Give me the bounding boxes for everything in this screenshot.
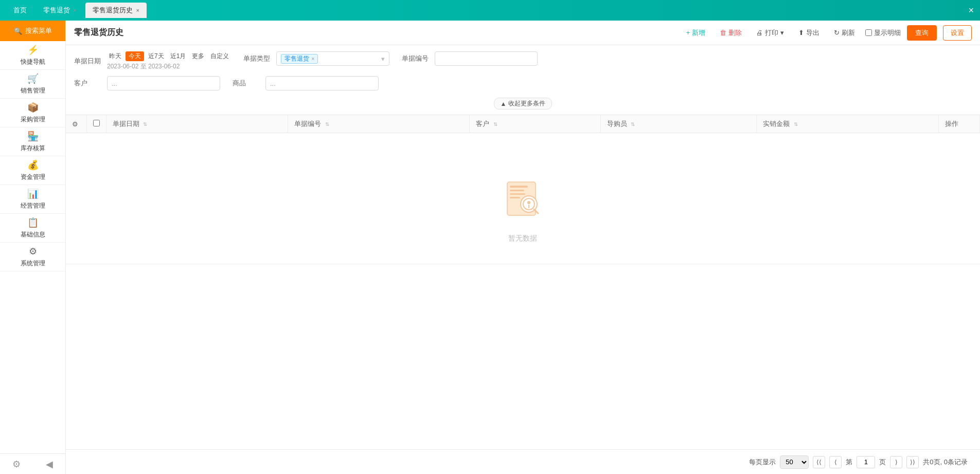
collapse-button[interactable]: ▲ 收起更多条件 bbox=[494, 98, 553, 110]
page-size-select[interactable]: 50 100 200 bbox=[780, 455, 809, 469]
first-page-button[interactable]: ⟨⟨ bbox=[813, 456, 825, 468]
filter-row-2: 客户 ... 商品 ... bbox=[74, 76, 972, 90]
sidebar-menu: ⚡ 快捷导航 🛒 销售管理 📦 采购管理 🏪 库存核算 💰 资金管理 📊 bbox=[0, 41, 65, 453]
sidebar-item-quick-nav[interactable]: ⚡ 快捷导航 bbox=[0, 41, 65, 70]
print-dropdown-icon: ▾ bbox=[780, 29, 784, 37]
empty-state-row: 暂无数据 bbox=[66, 133, 980, 264]
sidebar-search-button[interactable]: 🔍 搜索菜单 bbox=[0, 21, 65, 41]
new-button[interactable]: + 新增 bbox=[682, 26, 709, 40]
doc-num-input[interactable] bbox=[435, 51, 538, 66]
last-page-button[interactable]: ⟩⟩ bbox=[906, 456, 919, 468]
export-icon: ⬆ bbox=[798, 29, 804, 37]
goods-select[interactable]: ... bbox=[265, 76, 379, 90]
sidebar-search-label: 搜索菜单 bbox=[25, 26, 52, 35]
tab-retail-return-history-label: 零售退货历史 bbox=[93, 6, 133, 15]
print-button-label: 打印 bbox=[765, 28, 778, 38]
sidebar-item-quick-nav-label: 快捷导航 bbox=[21, 58, 45, 66]
doc-type-tag-close[interactable]: × bbox=[311, 56, 314, 62]
customer-filter: 客户 ... bbox=[74, 76, 220, 90]
date-opt-1month[interactable]: 近1月 bbox=[168, 51, 188, 61]
th-check[interactable] bbox=[86, 115, 106, 133]
export-button[interactable]: ⬆ 导出 bbox=[794, 26, 824, 40]
date-opt-yesterday[interactable]: 昨天 bbox=[107, 51, 123, 61]
date-opt-custom[interactable]: 自定义 bbox=[208, 51, 231, 61]
page-number-input[interactable] bbox=[857, 456, 875, 468]
date-filter: 单据日期 昨天 今天 近7天 近1月 更多 自定义 2023-06-02 至 2… bbox=[74, 51, 231, 71]
print-icon: 🖨 bbox=[756, 29, 763, 37]
svg-rect-2 bbox=[510, 190, 524, 191]
page-unit: 页 bbox=[879, 458, 886, 467]
prev-page-button[interactable]: ⟨ bbox=[829, 456, 842, 468]
th-settings[interactable]: ⚙ bbox=[66, 115, 86, 133]
doc-type-select[interactable]: 零售退货 × ▾ bbox=[276, 51, 389, 66]
sidebar-item-inventory[interactable]: 🏪 库存核算 bbox=[0, 127, 65, 156]
tab-list: 首页 零售退货 × 零售退货历史 × bbox=[6, 3, 968, 18]
sidebar-item-sales-label: 销售管理 bbox=[21, 86, 45, 95]
query-button[interactable]: 查询 bbox=[907, 25, 937, 41]
tab-home[interactable]: 首页 bbox=[6, 3, 34, 18]
delete-button[interactable]: 🗑 删除 bbox=[716, 26, 746, 40]
settings-bottom-icon[interactable]: ⚙ bbox=[12, 459, 21, 470]
page-header: 零售退货历史 + 新增 🗑 删除 🖨 打印 ▾ ⬆ 导出 bbox=[66, 21, 980, 45]
sidebar-item-basic-info-label: 基础信息 bbox=[21, 230, 45, 239]
sidebar-item-operations[interactable]: 📊 经营管理 bbox=[0, 185, 65, 214]
th-doc-date-label: 单据日期 bbox=[113, 120, 139, 127]
th-amount[interactable]: 实销金额 ⇅ bbox=[757, 115, 939, 133]
purchase-icon: 📦 bbox=[27, 102, 39, 113]
column-settings-icon[interactable]: ⚙ bbox=[72, 120, 78, 128]
page-size-label: 每页显示 bbox=[749, 458, 776, 467]
customer-select[interactable]: ... bbox=[107, 76, 220, 90]
tab-retail-return-history-close[interactable]: × bbox=[136, 7, 139, 13]
system-mgmt-icon: ⚙ bbox=[29, 246, 37, 257]
total-info: 共0页, 0条记录 bbox=[923, 458, 968, 467]
doc-num-sort-icon: ⇅ bbox=[325, 121, 329, 127]
setting-button[interactable]: 设置 bbox=[943, 25, 972, 41]
sidebar-item-finance[interactable]: 💰 资金管理 bbox=[0, 156, 65, 185]
next-page-button[interactable]: ⟩ bbox=[890, 456, 902, 468]
date-opt-7days[interactable]: 近7天 bbox=[146, 51, 166, 61]
refresh-button[interactable]: ↻ 刷新 bbox=[830, 26, 859, 40]
th-guide[interactable]: 导购员 ⇅ bbox=[600, 115, 757, 133]
filter-row-1: 单据日期 昨天 今天 近7天 近1月 更多 自定义 2023-06-02 至 2… bbox=[74, 51, 972, 71]
search-icon: 🔍 bbox=[14, 27, 22, 35]
refresh-icon: ↻ bbox=[834, 29, 840, 37]
main-content: 零售退货历史 + 新增 🗑 删除 🖨 打印 ▾ ⬆ 导出 bbox=[66, 21, 980, 474]
sidebar-item-system-mgmt[interactable]: ⚙ 系统管理 bbox=[0, 243, 65, 271]
date-opt-today[interactable]: 今天 bbox=[126, 51, 144, 61]
goods-placeholder: ... bbox=[270, 80, 276, 87]
page-title: 零售退货历史 bbox=[74, 27, 123, 38]
main-layout: 🔍 搜索菜单 ⚡ 快捷导航 🛒 销售管理 📦 采购管理 🏪 库存核算 💰 bbox=[0, 21, 980, 474]
select-all-checkbox[interactable] bbox=[93, 120, 100, 126]
collapse-up-icon: ▲ bbox=[501, 100, 507, 107]
tab-home-label: 首页 bbox=[13, 6, 27, 15]
display-detail-checkbox-area[interactable]: 显示明细 bbox=[865, 28, 901, 38]
sidebar-item-operations-label: 经营管理 bbox=[21, 202, 45, 210]
sidebar-item-basic-info[interactable]: 📋 基础信息 bbox=[0, 214, 65, 243]
th-doc-num[interactable]: 单据编号 ⇅ bbox=[288, 115, 469, 133]
top-bar-right: × bbox=[968, 5, 974, 16]
th-doc-date[interactable]: 单据日期 ⇅ bbox=[106, 115, 288, 133]
display-detail-checkbox[interactable] bbox=[865, 29, 872, 36]
goods-filter: 商品 ... bbox=[233, 76, 379, 90]
window-close-button[interactable]: × bbox=[968, 5, 974, 16]
page-label: 第 bbox=[846, 458, 852, 467]
quick-nav-icon: ⚡ bbox=[27, 44, 39, 56]
sidebar-item-sales-mgmt[interactable]: 🛒 销售管理 bbox=[0, 70, 65, 99]
tab-retail-return[interactable]: 零售退货 × bbox=[36, 3, 83, 18]
tab-retail-return-close[interactable]: × bbox=[73, 7, 76, 13]
tab-retail-return-history[interactable]: 零售退货历史 × bbox=[85, 3, 146, 18]
basic-info-icon: 📋 bbox=[27, 217, 39, 228]
table-container: ⚙ 单据日期 ⇅ 单据编号 ⇅ bbox=[66, 115, 980, 449]
sidebar-item-purchase-label: 采购管理 bbox=[21, 115, 45, 124]
doc-num-filter: 单据编号 bbox=[402, 51, 538, 66]
date-opt-more[interactable]: 更多 bbox=[190, 51, 206, 61]
collapse-sidebar-icon[interactable]: ◀ bbox=[46, 459, 53, 470]
th-customer[interactable]: 客户 ⇅ bbox=[470, 115, 600, 133]
svg-point-8 bbox=[527, 201, 530, 204]
sidebar-item-purchase-mgmt[interactable]: 📦 采购管理 bbox=[0, 99, 65, 127]
header-actions: + 新增 🗑 删除 🖨 打印 ▾ ⬆ 导出 ↻ 刷新 bbox=[682, 25, 972, 41]
date-options: 昨天 今天 近7天 近1月 更多 自定义 bbox=[107, 51, 231, 61]
doc-type-tag-text: 零售退货 bbox=[284, 54, 309, 63]
collapse-button-label: 收起更多条件 bbox=[508, 99, 545, 108]
print-button[interactable]: 🖨 打印 ▾ bbox=[752, 26, 788, 40]
